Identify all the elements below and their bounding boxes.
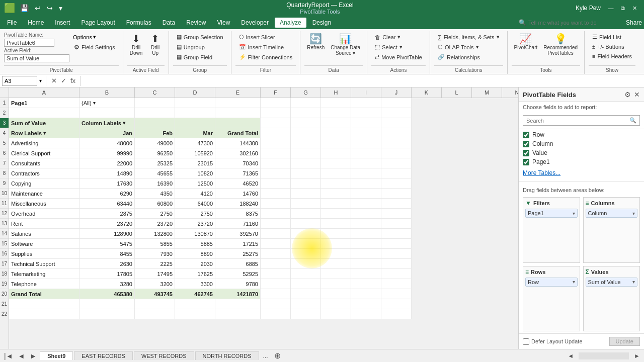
cell-d10[interactable]: 4120 (175, 189, 215, 199)
cell-h14[interactable] (321, 229, 351, 239)
cell-c21[interactable] (135, 299, 175, 309)
cell-c4[interactable]: Feb (135, 128, 175, 138)
cell-i22[interactable] (351, 309, 381, 319)
row-num-22[interactable]: 22 (0, 309, 9, 319)
cell-c19[interactable]: 3200 (135, 279, 175, 289)
row-num-3[interactable]: 3 (0, 118, 9, 128)
restore-button[interactable]: ⧉ (618, 3, 628, 13)
menu-analyze[interactable]: Analyze (275, 18, 306, 28)
cell-g17[interactable] (291, 259, 321, 269)
cell-c7[interactable]: 25325 (135, 158, 175, 168)
cell-a10[interactable]: Maintenance (9, 189, 79, 199)
cell-d20[interactable]: 462745 (175, 289, 215, 299)
cell-e1[interactable] (215, 98, 261, 108)
cell-e11[interactable]: 188240 (215, 199, 261, 209)
cell-b3[interactable]: Column Labels ▾ (79, 118, 135, 128)
cell-g19[interactable] (291, 279, 321, 289)
cell-j10[interactable] (381, 189, 412, 199)
cell-d14[interactable]: 130870 (175, 229, 215, 239)
insert-function-icon[interactable]: fx (69, 77, 76, 84)
cell-j11[interactable] (381, 199, 412, 209)
cell-f6[interactable] (261, 148, 291, 158)
row-num-15[interactable]: 15 (0, 239, 9, 249)
pt-name-input[interactable] (4, 39, 54, 47)
cell-b22[interactable] (79, 309, 135, 319)
cell-e12[interactable]: 8375 (215, 209, 261, 219)
name-box-arrow[interactable]: ▾ (39, 78, 42, 83)
cell-b14[interactable]: 128900 (79, 229, 135, 239)
row-num-6[interactable]: 6 (0, 148, 9, 158)
cell-f15[interactable] (261, 239, 291, 249)
col-header-h[interactable]: H (321, 87, 351, 98)
cell-c9[interactable]: 16390 (135, 178, 175, 189)
cell-b20[interactable]: 465380 (79, 289, 135, 299)
cell-d9[interactable]: 12500 (175, 178, 215, 189)
tab-nav-next[interactable]: ► (28, 352, 39, 360)
share-button[interactable]: Share (626, 19, 642, 26)
cell-b5[interactable]: 48000 (79, 138, 135, 148)
cell-b13[interactable]: 23720 (79, 219, 135, 229)
tab-east-records[interactable]: EAST RECORDS (74, 351, 133, 360)
cell-d12[interactable]: 2750 (175, 209, 215, 219)
row-num-8[interactable]: 8 (0, 168, 9, 178)
cell-h12[interactable] (321, 209, 351, 219)
cell-h19[interactable] (321, 279, 351, 289)
cell-i6[interactable] (351, 148, 381, 158)
field-settings-button[interactable]: ⚙ Field Settings (70, 42, 119, 52)
cell-i17[interactable] (351, 259, 381, 269)
cell-e15[interactable]: 17215 (215, 239, 261, 249)
row-num-1[interactable]: 1 (0, 98, 9, 108)
cell-b10[interactable]: 6290 (79, 189, 135, 199)
move-pivottable-button[interactable]: ⇄ Move PivotTable (371, 52, 426, 62)
clear-button[interactable]: 🗑 Clear ▾ (371, 32, 426, 42)
row-num-4[interactable]: 4 (0, 128, 9, 138)
cell-j7[interactable] (381, 158, 412, 168)
row-num-7[interactable]: 7 (0, 158, 9, 168)
cell-a2[interactable] (9, 108, 79, 118)
pivot-filter-page1[interactable]: Page1 ▾ (525, 209, 578, 218)
cell-c6[interactable]: 96250 (135, 148, 175, 158)
drill-down-button[interactable]: ⬇ DrillDown (127, 32, 145, 57)
save-icon[interactable]: 💾 (18, 3, 31, 13)
filter-connections-button[interactable]: ⚡ Filter Connections (235, 52, 296, 62)
cell-f2[interactable] (261, 108, 291, 118)
cell-f17[interactable] (261, 259, 291, 269)
row-num-17[interactable]: 17 (0, 259, 9, 269)
formula-input[interactable] (85, 77, 642, 84)
tab-west-records[interactable]: WEST RECORDS (134, 351, 194, 360)
tab-nav-first[interactable]: |◄ (2, 352, 15, 360)
cell-c5[interactable]: 49000 (135, 138, 175, 148)
cell-h15[interactable] (321, 239, 351, 249)
cell-j20[interactable] (381, 289, 412, 299)
cell-h22[interactable] (321, 309, 351, 319)
cell-a22[interactable] (9, 309, 79, 319)
tab-more-button[interactable]: ... (260, 351, 271, 360)
cell-j6[interactable] (381, 148, 412, 158)
cell-a19[interactable]: Telephone (9, 279, 79, 289)
defer-checkbox[interactable] (523, 338, 529, 345)
group-field-button[interactable]: ▦ Group Field (173, 52, 227, 62)
cell-g1[interactable] (291, 98, 321, 108)
menu-data[interactable]: Data (157, 18, 180, 28)
cell-d7[interactable]: 23015 (175, 158, 215, 168)
cell-h7[interactable] (321, 158, 351, 168)
row-num-14[interactable]: 14 (0, 229, 9, 239)
cell-h21[interactable] (321, 299, 351, 309)
cell-b12[interactable]: 2875 (79, 209, 135, 219)
menu-page-layout[interactable]: Page Layout (76, 18, 120, 28)
cell-e3[interactable] (215, 118, 261, 128)
cell-d4[interactable]: Mar (175, 128, 215, 138)
cell-c22[interactable] (135, 309, 175, 319)
cell-j8[interactable] (381, 168, 412, 178)
undo-icon[interactable]: ↩ (33, 3, 43, 13)
cell-g13[interactable] (291, 219, 321, 229)
cell-i9[interactable] (351, 178, 381, 189)
cell-c18[interactable]: 17495 (135, 269, 175, 279)
cell-b18[interactable]: 17805 (79, 269, 135, 279)
recommended-pivottables-button[interactable]: 💡 RecommendedPivotTables (541, 32, 580, 57)
cell-f18[interactable] (261, 269, 291, 279)
cell-i14[interactable] (351, 229, 381, 239)
cell-d11[interactable]: 64000 (175, 199, 215, 209)
cell-f19[interactable] (261, 279, 291, 289)
cell-e20[interactable]: 1421870 (215, 289, 261, 299)
